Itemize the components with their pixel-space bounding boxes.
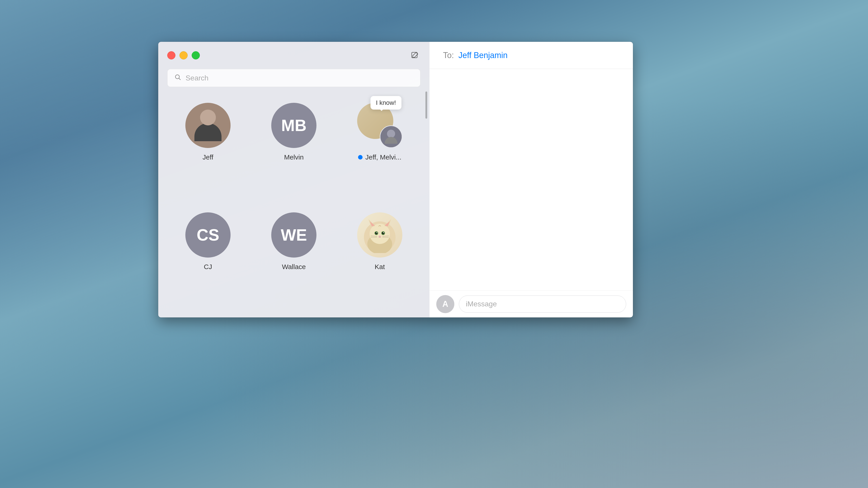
jeff-body (194, 123, 221, 141)
unread-dot (358, 155, 363, 160)
titlebar (158, 42, 430, 69)
avatar-cj: CS (185, 213, 230, 258)
group-avatar-secondary (380, 125, 402, 148)
group-name: Jeff, Melvi... (365, 153, 401, 161)
jeff-name: Jeff (203, 153, 213, 161)
compose-header: To: Jeff Benjamin (430, 42, 633, 69)
melvin-name: Melvin (284, 153, 304, 161)
search-input[interactable]: Search (186, 74, 413, 82)
minimize-button[interactable] (180, 51, 188, 59)
scrollbar-track (426, 92, 427, 308)
compose-icon (411, 51, 419, 59)
avatar-kat (357, 213, 402, 258)
app-store-button[interactable]: A (436, 295, 454, 313)
compose-panel: To: Jeff Benjamin A iMessage (430, 42, 633, 318)
tooltip-bubble: I know! (370, 96, 401, 109)
wallace-name: Wallace (282, 263, 306, 271)
svg-line-2 (179, 78, 181, 80)
avatar-jeff (185, 103, 230, 148)
contacts-panel: Search Jeff (158, 42, 430, 318)
close-button[interactable] (167, 51, 176, 59)
group-secondary-photo (380, 126, 402, 147)
jeff-photo (185, 103, 230, 148)
contacts-grid: Jeff MB Melvin I know! (158, 94, 430, 318)
avatar-wallace: WE (271, 213, 316, 258)
avatar-melvin: MB (271, 103, 316, 148)
desktop: Search Jeff (0, 0, 868, 488)
svg-point-15 (383, 232, 384, 233)
compose-footer: A iMessage (430, 290, 633, 318)
to-label: To: (443, 51, 454, 60)
svg-point-5 (370, 224, 390, 244)
kat-name: Kat (375, 263, 385, 271)
maximize-button[interactable] (192, 51, 200, 59)
svg-point-1 (176, 75, 180, 79)
contact-jeff[interactable]: Jeff (167, 98, 249, 203)
messages-window: Search Jeff (158, 42, 633, 318)
melvin-initials: MB (281, 116, 307, 135)
compose-button[interactable] (409, 50, 421, 61)
traffic-lights (167, 51, 200, 59)
cj-initials: CS (197, 226, 219, 244)
cj-name: CJ (204, 263, 212, 271)
kat-photo (357, 213, 402, 258)
group-name-wrapper: Jeff, Melvi... (358, 153, 401, 161)
contact-melvin[interactable]: MB Melvin (253, 98, 335, 203)
scrollbar[interactable] (425, 92, 428, 308)
search-container: Search (158, 69, 430, 94)
contact-cj[interactable]: CS CJ (167, 208, 249, 313)
svg-point-14 (376, 232, 377, 233)
contact-kat[interactable]: Kat (339, 208, 421, 313)
imessage-input[interactable]: iMessage (459, 295, 626, 313)
scrollbar-thumb (426, 92, 427, 119)
wallace-initials: WE (281, 226, 307, 244)
cat-svg (362, 217, 398, 253)
compose-body (430, 69, 633, 290)
search-bar[interactable]: Search (167, 69, 421, 87)
recipient-name[interactable]: Jeff Benjamin (458, 51, 507, 60)
contact-group-jeff-melvin[interactable]: I know! (339, 98, 421, 203)
contact-wallace[interactable]: WE Wallace (253, 208, 335, 313)
jeff-head (200, 109, 216, 125)
search-icon (174, 74, 181, 82)
